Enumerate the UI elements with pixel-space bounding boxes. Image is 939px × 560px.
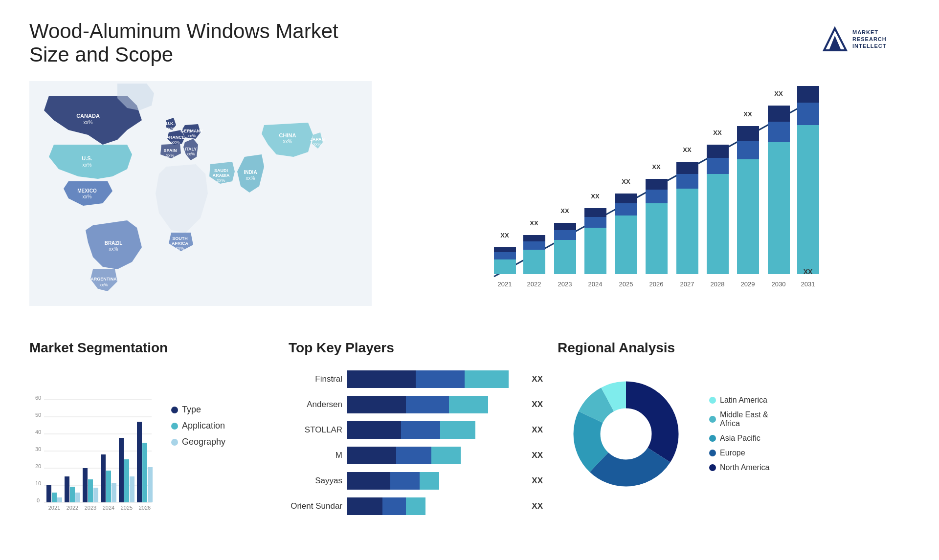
svg-text:2027: 2027 bbox=[680, 280, 694, 288]
player-name-orient: Orient Sundar bbox=[289, 501, 342, 511]
svg-text:2026: 2026 bbox=[649, 280, 664, 288]
map-section: CANADA xx% U.S. xx% MEXICO xx% BRAZIL xx… bbox=[29, 81, 372, 325]
svg-rect-38 bbox=[494, 252, 516, 259]
svg-text:0: 0 bbox=[37, 497, 40, 503]
svg-text:2022: 2022 bbox=[527, 280, 541, 288]
svg-rect-57 bbox=[646, 203, 668, 274]
svg-text:2031: 2031 bbox=[801, 280, 815, 288]
svg-text:INDIA: INDIA bbox=[244, 170, 257, 175]
svg-rect-107 bbox=[52, 493, 57, 502]
legend-label-application: Application bbox=[182, 421, 225, 431]
regional-label-mea: Middle East &Africa bbox=[720, 410, 768, 428]
svg-rect-49 bbox=[584, 228, 606, 274]
world-map-svg: CANADA xx% U.S. xx% MEXICO xx% BRAZIL xx… bbox=[29, 81, 372, 306]
svg-text:ARABIA: ARABIA bbox=[213, 173, 230, 178]
svg-rect-119 bbox=[124, 459, 129, 502]
svg-rect-122 bbox=[142, 443, 147, 502]
svg-rect-42 bbox=[523, 241, 545, 250]
player-bar-andersen bbox=[347, 396, 524, 413]
svg-rect-109 bbox=[65, 476, 69, 502]
seg-legend: Type Application Geography bbox=[171, 366, 225, 447]
svg-text:xx%: xx% bbox=[283, 139, 292, 144]
svg-text:SAUDI: SAUDI bbox=[214, 168, 228, 173]
player-row-stollar: STOLLAR XX bbox=[289, 421, 543, 439]
svg-rect-106 bbox=[46, 485, 51, 502]
player-value-stollar: XX bbox=[532, 425, 543, 435]
svg-text:MEXICO: MEXICO bbox=[77, 188, 97, 194]
legend-label-type: Type bbox=[182, 405, 201, 415]
svg-text:SOUTH: SOUTH bbox=[172, 236, 188, 241]
donut-chart-svg bbox=[558, 366, 694, 502]
svg-text:2024: 2024 bbox=[588, 280, 603, 288]
svg-rect-121 bbox=[137, 422, 142, 502]
svg-rect-70 bbox=[737, 141, 759, 159]
svg-text:2025: 2025 bbox=[619, 280, 633, 288]
svg-text:60: 60 bbox=[35, 395, 41, 401]
svg-text:xx%: xx% bbox=[187, 133, 196, 138]
segmentation-section: Market Segmentation 0 10 20 30 40 50 60 bbox=[29, 340, 274, 560]
player-bar-sayyas bbox=[347, 472, 524, 490]
growth-chart-svg: XX XX XX XX XX bbox=[391, 81, 910, 306]
player-name-stollar: STOLLAR bbox=[289, 425, 342, 435]
segmentation-chart-svg: 0 10 20 30 40 50 60 bbox=[29, 366, 156, 512]
svg-text:30: 30 bbox=[35, 446, 41, 452]
regional-legend: Latin America Middle East &Africa Asia P… bbox=[709, 396, 769, 472]
legend-item-application: Application bbox=[171, 421, 225, 431]
svg-rect-45 bbox=[554, 240, 576, 274]
svg-text:2024: 2024 bbox=[103, 505, 114, 511]
svg-text:SPAIN: SPAIN bbox=[164, 148, 177, 153]
svg-text:40: 40 bbox=[35, 429, 41, 435]
regional-label-europe: Europe bbox=[720, 449, 745, 457]
svg-text:AFRICA: AFRICA bbox=[172, 241, 188, 246]
regional-dot-latin bbox=[709, 397, 716, 404]
svg-text:2029: 2029 bbox=[741, 280, 755, 288]
svg-rect-59 bbox=[646, 179, 668, 190]
logo-icon bbox=[822, 26, 849, 53]
svg-rect-115 bbox=[101, 454, 106, 502]
svg-rect-77 bbox=[797, 125, 819, 274]
player-bar-finstral bbox=[347, 370, 524, 388]
svg-text:ITALY: ITALY bbox=[185, 147, 197, 151]
svg-rect-58 bbox=[646, 190, 668, 203]
svg-rect-63 bbox=[676, 162, 698, 174]
svg-rect-55 bbox=[615, 194, 637, 203]
svg-text:xx%: xx% bbox=[176, 246, 184, 251]
svg-text:2025: 2025 bbox=[121, 505, 133, 511]
player-row-m: M XX bbox=[289, 447, 543, 464]
svg-text:2030: 2030 bbox=[772, 280, 786, 288]
svg-text:10: 10 bbox=[35, 480, 41, 486]
regional-dot-asia bbox=[709, 435, 716, 442]
regional-label-northamerica: North America bbox=[720, 463, 769, 472]
svg-text:XX: XX bbox=[560, 207, 569, 215]
regional-legend-item-mea: Middle East &Africa bbox=[709, 410, 769, 428]
player-row-andersen: Andersen XX bbox=[289, 396, 543, 413]
svg-text:2028: 2028 bbox=[711, 280, 725, 288]
content-bottom: Market Segmentation 0 10 20 30 40 50 60 bbox=[29, 340, 910, 560]
player-row-finstral: Finstral XX bbox=[289, 370, 543, 388]
svg-rect-110 bbox=[70, 487, 75, 502]
svg-rect-53 bbox=[615, 215, 637, 274]
svg-text:XX: XX bbox=[652, 163, 661, 171]
players-list: Finstral XX Andersen XX bbox=[289, 366, 543, 515]
svg-text:U.K.: U.K. bbox=[166, 121, 175, 126]
svg-rect-62 bbox=[676, 174, 698, 189]
svg-rect-74 bbox=[768, 122, 790, 142]
regional-legend-item-latin: Latin America bbox=[709, 396, 769, 405]
svg-text:XX: XX bbox=[683, 146, 692, 153]
regional-dot-mea bbox=[709, 416, 716, 423]
svg-rect-118 bbox=[119, 438, 124, 502]
svg-text:xx%: xx% bbox=[246, 175, 255, 181]
svg-rect-69 bbox=[737, 159, 759, 274]
page-container: Wood-Aluminum Windows Market Size and Sc… bbox=[0, 0, 939, 560]
svg-rect-111 bbox=[75, 493, 80, 502]
player-name-andersen: Andersen bbox=[289, 400, 342, 409]
svg-text:2021: 2021 bbox=[48, 505, 60, 511]
svg-rect-54 bbox=[615, 203, 637, 215]
svg-rect-117 bbox=[112, 483, 116, 502]
svg-rect-113 bbox=[88, 479, 93, 502]
svg-rect-114 bbox=[93, 488, 98, 502]
svg-rect-43 bbox=[523, 235, 545, 241]
svg-rect-78 bbox=[797, 103, 819, 125]
legend-item-type: Type bbox=[171, 405, 225, 415]
svg-text:XX: XX bbox=[622, 178, 630, 185]
